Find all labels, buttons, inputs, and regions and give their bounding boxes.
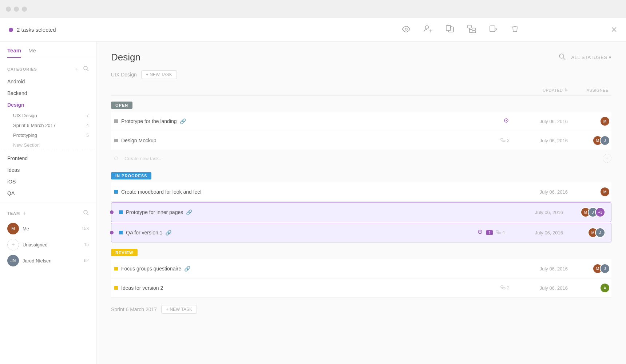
task-checkbox[interactable] [111, 267, 121, 270]
svg-line-12 [87, 214, 88, 215]
sidebar-item-frontend[interactable]: Frontend [0, 153, 96, 164]
task-checkbox[interactable] [111, 286, 121, 290]
task-square [114, 119, 118, 123]
categories-add-icon[interactable]: + [75, 66, 79, 72]
svg-rect-6 [472, 28, 476, 30]
sidebar-item-design[interactable]: Design [0, 99, 96, 111]
task-checkbox[interactable] [116, 210, 126, 214]
watch-icon [477, 229, 483, 237]
trash-icon[interactable] [511, 25, 519, 35]
task-name: Ideas for version 2 [121, 285, 500, 291]
task-date: July 06, 2016 [510, 266, 568, 272]
create-task-row[interactable]: Create new task... + [111, 150, 611, 166]
sidebar: Team Me CATEGORIES + Android Backend Des… [0, 41, 96, 364]
svg-rect-22 [498, 232, 500, 234]
svg-point-20 [480, 232, 481, 233]
traffic-light-maximize[interactable] [22, 7, 27, 12]
traffic-light-minimize[interactable] [14, 7, 19, 12]
team-member-unassigned[interactable]: + Unassigned 15 [7, 237, 89, 253]
task-meta: 2 [500, 285, 510, 290]
sidebar-subitem-uix-design[interactable]: UIX Design 7 [0, 111, 96, 120]
link-icon: 🔗 [165, 230, 171, 236]
task-row[interactable]: Create moodboard for look and feel July … [111, 182, 611, 202]
sidebar-item-qa[interactable]: QA [0, 187, 96, 199]
tab-team[interactable]: Team [7, 47, 21, 58]
task-square [114, 190, 118, 194]
svg-point-9 [84, 66, 87, 70]
sidebar-subitem-prototyping[interactable]: Prototyping 5 [0, 130, 96, 140]
all-statuses-button[interactable]: ALL STATUSES ▾ [571, 55, 611, 60]
subitem-new-section-label: New Section [13, 142, 40, 148]
subitem-prototyping-count: 5 [86, 133, 89, 138]
section-tab-label[interactable]: UIX Design [111, 72, 137, 78]
team-member-jared-count: 62 [84, 258, 89, 263]
forward-icon[interactable] [489, 25, 498, 35]
status-group-review: REVIEW Focus groups questionaire 🔗 July … [111, 243, 611, 298]
categories-label: CATEGORIES [7, 67, 37, 71]
main-layout: Team Me CATEGORIES + Android Backend Des… [0, 41, 626, 364]
task-row-selected[interactable]: Prototype for inner pages 🔗 July 06, 201… [111, 202, 611, 222]
task-checkbox[interactable] [111, 139, 121, 142]
team-section: TEAM + M Me 153 + Unassigned 15 JN Jared… [0, 205, 96, 272]
task-row[interactable]: Ideas for version 2 2 July 06, 2016 A [111, 278, 611, 298]
tab-me[interactable]: Me [28, 47, 36, 58]
task-row[interactable]: Prototype for the landing 🔗 July 06, 201… [111, 112, 611, 131]
task-assignees: A [568, 283, 611, 293]
col-updated-header[interactable]: UPDATED ⇅ [510, 88, 568, 92]
task-checkbox[interactable] [111, 119, 121, 123]
selected-indicator [110, 210, 114, 214]
task-assignees: M J [563, 228, 607, 238]
subtask-count: 2 [500, 138, 510, 143]
svg-rect-21 [496, 230, 498, 232]
watch-icon[interactable] [402, 25, 411, 35]
task-square [119, 210, 123, 214]
task-row[interactable]: Design Mockup 2 July 06, 2016 M J [111, 131, 611, 150]
task-checkbox[interactable] [116, 231, 126, 234]
traffic-light-close[interactable] [6, 7, 11, 12]
task-date: July 06, 2016 [505, 230, 563, 236]
sidebar-item-ideas[interactable]: Ideas [0, 164, 96, 176]
add-person-icon[interactable] [424, 25, 432, 35]
task-meta: 2 [500, 138, 510, 143]
sidebar-item-android[interactable]: Android [0, 76, 96, 87]
task-assignees: M [568, 187, 611, 197]
team-search-icon[interactable] [83, 210, 89, 217]
task-square [114, 267, 118, 270]
team-member-me[interactable]: M Me 153 [7, 221, 89, 237]
team-member-jared-name: Jared Nielsen [23, 258, 80, 264]
subtask-icon[interactable] [467, 25, 476, 35]
create-task-plus-icon[interactable]: + [603, 154, 611, 163]
task-date: July 06, 2016 [510, 285, 568, 291]
sidebar-item-ios[interactable]: iOS [0, 176, 96, 187]
task-row-selected[interactable]: QA for version 1 🔗 1 4 [111, 223, 611, 242]
categories-search-icon[interactable] [83, 66, 89, 73]
task-name: Focus groups questionaire 🔗 [121, 266, 510, 272]
task-square [114, 286, 118, 290]
move-icon[interactable] [445, 25, 454, 35]
sidebar-item-backend[interactable]: Backend [0, 87, 96, 99]
task-meta [503, 117, 510, 125]
status-group-in-progress: IN PROGRESS Create moodboard for look an… [111, 166, 611, 242]
task-name: Create moodboard for look and feel [121, 189, 510, 195]
subitem-uix-design-label: UIX Design [13, 113, 37, 118]
team-add-icon[interactable]: + [23, 210, 26, 217]
team-member-unassigned-name: Unassigned [23, 242, 80, 248]
task-name: QA for version 1 🔗 [126, 230, 477, 236]
sprint-new-task-button[interactable]: + NEW TASK [161, 305, 197, 314]
team-member-jared[interactable]: JN Jared Nielsen 62 [7, 253, 89, 269]
page-header-right: ALL STATUSES ▾ [558, 53, 611, 62]
sprint-tab-label[interactable]: Sprint 6 March 2017 [111, 306, 157, 312]
task-row[interactable]: Focus groups questionaire 🔗 July 06, 201… [111, 259, 611, 278]
watch-icon[interactable] [503, 117, 510, 125]
new-task-button[interactable]: + NEW TASK [141, 70, 177, 79]
sidebar-subitem-sprint[interactable]: Sprint 6 March 2017 4 [0, 120, 96, 130]
task-date: July 06, 2016 [505, 210, 563, 215]
create-task-placeholder: Create new task... [124, 156, 163, 161]
task-checkbox[interactable] [111, 190, 121, 194]
team-member-me-count: 153 [82, 226, 89, 231]
task-number-badge: 1 [486, 230, 493, 235]
avatar: J [600, 264, 610, 274]
header-search-icon[interactable] [558, 53, 566, 62]
close-button[interactable]: ✕ [611, 25, 617, 35]
sidebar-subitem-new-section[interactable]: New Section [0, 140, 96, 151]
